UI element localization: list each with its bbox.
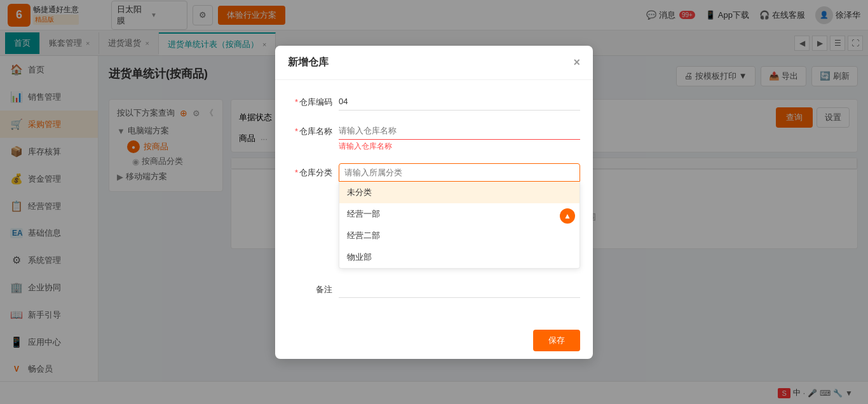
category-toggle-button[interactable]: ▲ [560, 208, 575, 224]
warehouse-name-input[interactable] [339, 122, 580, 140]
warehouse-name-error: 请输入仓库名称 [339, 141, 580, 152]
warehouse-code-row: 仓库编码 [288, 93, 580, 111]
warehouse-code-wrapper [339, 93, 580, 111]
modal-header: 新增仓库 × [275, 46, 593, 80]
modal-close-button[interactable]: × [573, 56, 580, 69]
modal-title: 新增仓库 [288, 56, 329, 69]
notes-row: 备注 [288, 280, 580, 298]
category-input-wrapper: ▲ 未分类 经营一部 经营二部 物业部 [339, 163, 580, 269]
modal-body: 仓库编码 仓库名称 请输入仓库名称 仓库分类 ▲ [275, 80, 593, 322]
modal-add-warehouse: 新增仓库 × 仓库编码 仓库名称 请输入仓库名称 仓库分类 [275, 46, 593, 359]
dropdown-item-uncategorized[interactable]: 未分类 [339, 182, 580, 203]
dropdown-item-dept3[interactable]: 物业部 [339, 246, 580, 268]
notes-label: 备注 [288, 280, 339, 295]
modal-footer: 保存 [275, 322, 593, 359]
warehouse-name-wrapper: 请输入仓库名称 [339, 122, 580, 152]
category-input[interactable] [339, 163, 580, 182]
warehouse-name-row: 仓库名称 请输入仓库名称 [288, 122, 580, 152]
dropdown-item-dept2[interactable]: 经营二部 [339, 225, 580, 246]
category-dropdown: 未分类 经营一部 经营二部 物业部 [339, 182, 580, 269]
warehouse-code-input[interactable] [339, 93, 580, 111]
modal-overlay: 新增仓库 × 仓库编码 仓库名称 请输入仓库名称 仓库分类 [0, 0, 868, 404]
notes-wrapper [339, 280, 580, 298]
save-button[interactable]: 保存 [533, 330, 580, 351]
dropdown-item-dept1[interactable]: 经营一部 [339, 203, 580, 225]
warehouse-code-label: 仓库编码 [288, 93, 339, 108]
warehouse-category-row: 仓库分类 ▲ 未分类 经营一部 经营二部 物业部 [288, 163, 580, 269]
warehouse-name-label: 仓库名称 [288, 122, 339, 137]
category-label: 仓库分类 [288, 163, 339, 178]
notes-input[interactable] [339, 280, 580, 298]
